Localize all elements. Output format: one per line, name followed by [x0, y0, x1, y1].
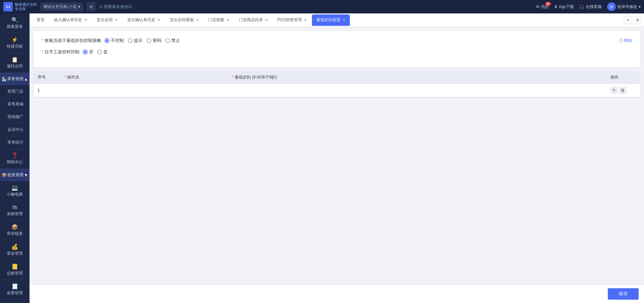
app-download-button[interactable]: ⬇ App下载: [554, 4, 574, 10]
clipboard-icon: 📋: [1, 56, 28, 63]
tab-home[interactable]: 首页: [32, 14, 49, 26]
sidebar-item-invoice-manage[interactable]: 🧾 发票管理: [0, 280, 30, 300]
sidebar-item-inventory-calc[interactable]: 📦 库存核算: [0, 220, 30, 240]
cell-operator[interactable]: [60, 84, 228, 97]
cell-min-discount[interactable]: [228, 84, 606, 97]
table-wrapper: 序号 操作员 * 最低折扣 (9.00等于9折) 操作: [34, 71, 640, 97]
policy-forbid[interactable]: 禁止: [165, 38, 180, 44]
cell-seq: 1: [34, 84, 60, 97]
policy-no-control[interactable]: 不控制: [105, 38, 124, 44]
operator-input[interactable]: [64, 88, 224, 93]
sidebar-item-member-center[interactable]: 会员中心: [0, 123, 30, 136]
col-header-min-discount: * 最低折扣 (9.00等于9折): [228, 71, 606, 84]
project-selector[interactable]: 测试分开完程-小见 ▾: [40, 3, 83, 11]
tab-close-store-product-catalog[interactable]: ✕: [265, 18, 268, 22]
messages-badge: 8: [545, 2, 551, 6]
logo-icon: CJ: [3, 2, 13, 11]
sidebar: 🔍 搜索菜单 ⚡ 快捷导航 📋 项目合同 🏪 零售管理 ▲ 智营门店 零售商城 …: [0, 13, 30, 303]
tab-store-product-catalog[interactable]: 门店商品目录 ✕: [234, 14, 272, 26]
tab-pos-encrypt-manage[interactable]: POS加密管理 ✕: [273, 14, 311, 26]
cell-action: ✎ 🗑: [606, 84, 640, 97]
expand-icon2: ▼: [24, 173, 28, 178]
tab-store-profile[interactable]: 门店档案 ✕: [204, 14, 234, 26]
ledger-icon: 📒: [1, 263, 28, 270]
sidebar-item-purchase-manage[interactable]: 🛍 采购管理: [0, 201, 30, 220]
radio-hint-circle: [128, 38, 132, 43]
avatar: 徐: [607, 2, 616, 11]
page-content: 收银员低于最低折扣控制策略 不控制 提示 密码: [30, 27, 644, 285]
search-icon: 🔍: [1, 17, 28, 23]
app-logo: CJ 畅捷通好业财 专业版: [3, 2, 37, 11]
sidebar-item-batch-manage[interactable]: 📦 批发管理 ▼: [0, 169, 30, 181]
tab-close-payment-confirm-history[interactable]: ✕: [157, 18, 160, 22]
sidebar-item-retail-mall[interactable]: 零售商城: [0, 98, 30, 111]
sidebar-item-marketing[interactable]: 营销推广: [0, 111, 30, 123]
table-header-row: 序号 操作员 * 最低折扣 (9.00等于9折) 操作: [34, 71, 640, 84]
tab-income-confirm-history[interactable]: 收入确认单历史 ✕: [50, 14, 92, 26]
tab-close-min-discount-settings[interactable]: ✕: [342, 18, 345, 22]
shopping-icon: 🛍: [1, 204, 28, 210]
sidebar-item-project-contract[interactable]: 📋 项目合同: [0, 53, 30, 73]
inventory-icon: 📦: [1, 224, 28, 230]
sidebar-item-retail-stats[interactable]: 零售统计: [0, 136, 30, 149]
tab-close-store-profile[interactable]: ✕: [226, 18, 229, 22]
tab-payment-contract-board[interactable]: 支出合同看板 ✕: [165, 14, 203, 26]
manual-price-no[interactable]: 否: [83, 49, 93, 55]
demo-link[interactable]: ◎ 我要看实例演示: [99, 4, 132, 10]
user-menu[interactable]: 徐 徐泽华修改 ▾: [607, 2, 641, 11]
policy-hint[interactable]: 提示: [128, 38, 143, 44]
tab-bar: 首页 收入确认单历史 ✕ 支出合同 ✕ 支出确认单历史 ✕ 支出合同看板 ✕ 门…: [30, 13, 644, 27]
radio-forbid-circle: [165, 38, 170, 43]
sidebar-item-smart-store[interactable]: 智营门店: [0, 85, 30, 98]
tab-bar-actions: ✕ ⊞: [624, 16, 641, 24]
table-card: 序号 操作员 * 最低折扣 (9.00等于9折) 操作: [34, 71, 640, 97]
sidebar-item-ecommerce[interactable]: 💻 小畅电商: [0, 181, 30, 201]
edit-row-button[interactable]: ✎: [610, 87, 618, 94]
manual-price-yes[interactable]: 是: [97, 49, 108, 55]
policy-password[interactable]: 密码: [147, 38, 161, 44]
tab-expand-button[interactable]: ⊞: [633, 16, 641, 24]
tab-close-income-confirm-history[interactable]: ✕: [84, 18, 87, 22]
tab-payment-contract[interactable]: 支出合同 ✕: [92, 14, 122, 26]
sidebar-item-fund-manage[interactable]: 💰 资金管理: [0, 240, 30, 260]
table-row: 1 ✎: [34, 84, 640, 97]
store-icon: 🏪: [2, 77, 7, 82]
tab-close-payment-contract-board[interactable]: ✕: [196, 18, 199, 22]
help-icon: ❓: [1, 152, 28, 159]
sidebar-item-search[interactable]: 🔍 搜索菜单: [0, 13, 30, 33]
col-header-operator: 操作员: [60, 71, 228, 84]
sidebar-item-quick-nav[interactable]: ⚡ 快捷导航: [0, 33, 30, 53]
gear-icon: ⚙: [89, 4, 93, 9]
tab-close-all-button[interactable]: ✕: [624, 16, 632, 24]
sidebar-item-ledger-manage[interactable]: 📒 总账管理: [0, 260, 30, 280]
main-layout: 🔍 搜索菜单 ⚡ 快捷导航 📋 项目合同 🏪 零售管理 ▲ 智营门店 零售商城 …: [0, 13, 644, 303]
action-icons: ✎ 🗑: [610, 87, 636, 94]
col-header-discount-required: *: [232, 75, 235, 80]
sidebar-item-tax-manage[interactable]: 📑 税务管理: [0, 300, 30, 303]
tab-min-discount-settings[interactable]: 最低折扣设置 ✕: [312, 14, 350, 26]
sidebar-item-help-center[interactable]: ❓ 帮助中心: [0, 149, 30, 169]
manual-price-radio-group: 否 是: [83, 49, 108, 55]
settings-button[interactable]: ⚙: [87, 2, 96, 11]
radio-manual-yes-circle: [97, 50, 102, 54]
top-bar: CJ 畅捷通好业财 专业版 测试分开完程-小见 ▾ ⚙ ◎ 我要看实例演示 ✉ …: [0, 0, 644, 13]
demo-icon: ◎: [99, 4, 103, 9]
discount-table: 序号 操作员 * 最低折扣 (9.00等于9折) 操作: [34, 71, 640, 97]
invoice-icon: 🧾: [1, 283, 28, 290]
user-chevron-icon: ▾: [639, 4, 641, 9]
chevron-down-icon: ▾: [78, 4, 80, 9]
message-icon: ✉: [536, 4, 539, 9]
save-button[interactable]: 保存: [608, 288, 639, 300]
sidebar-item-retail-manage[interactable]: 🏪 零售管理 ▲: [0, 73, 30, 85]
tab-close-pos-encrypt-manage[interactable]: ✕: [304, 18, 307, 22]
tab-close-payment-contract[interactable]: ✕: [115, 18, 118, 22]
help-link[interactable]: ⓘ 帮助: [619, 38, 632, 44]
tab-payment-confirm-history[interactable]: 支出确认单历史 ✕: [123, 14, 165, 26]
messages-button[interactable]: ✉ 消息 8: [536, 4, 549, 10]
delete-row-button[interactable]: 🗑: [619, 87, 627, 94]
col-header-action: 操作: [606, 71, 640, 84]
customer-service-button[interactable]: 🎧 在线客服: [579, 4, 602, 10]
policy-row: 收银员低于最低折扣控制策略 不控制 提示 密码: [42, 38, 632, 44]
package-icon: 📦: [2, 173, 7, 178]
min-discount-input[interactable]: [232, 88, 602, 93]
